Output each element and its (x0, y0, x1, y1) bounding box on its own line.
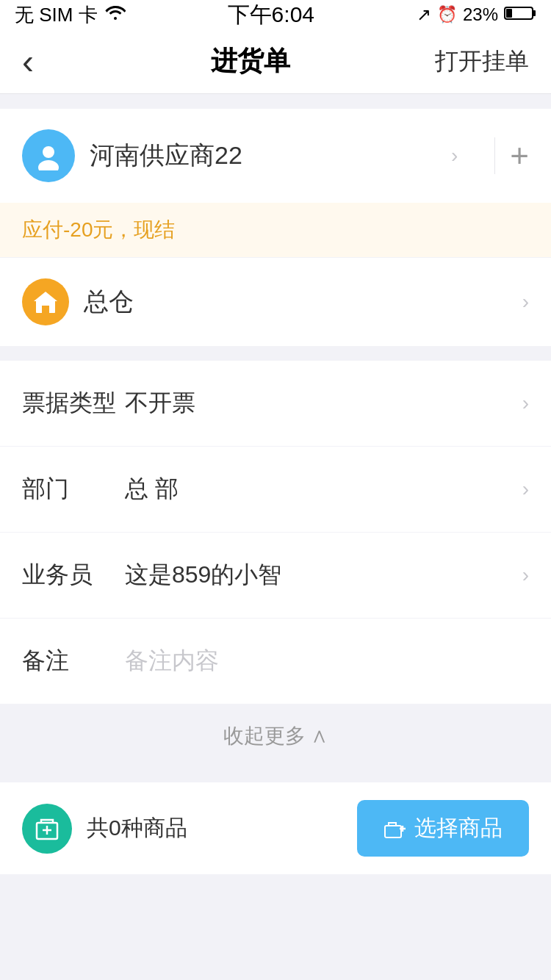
svg-rect-11 (385, 826, 401, 837)
carrier-label: 无 SIM 卡 (15, 2, 98, 28)
warehouse-chevron-icon: › (522, 290, 529, 314)
page-title: 进货单 (211, 43, 290, 79)
form-section: 票据类型 不开票 › 部门 总 部 › 业务员 这是859的小智 › 备注 备注… (0, 361, 551, 704)
battery-label: 23% (463, 4, 498, 25)
status-right: ↗ ⏰ 23% (417, 4, 536, 26)
remark-label: 备注 (22, 645, 125, 677)
svg-point-4 (38, 160, 59, 170)
collapse-button[interactable]: 收起更多 ∧ (223, 724, 328, 747)
location-icon: ↗ (417, 4, 431, 25)
collapse-section: 收起更多 ∧ (0, 704, 551, 768)
supplier-section: 河南供应商22 › + 应付-20元，现结 总仓 › (0, 109, 551, 346)
status-left: 无 SIM 卡 (15, 2, 126, 28)
department-value: 总 部 (125, 473, 522, 505)
svg-marker-6 (34, 292, 57, 301)
bottom-area (0, 874, 551, 980)
remark-row[interactable]: 备注 备注内容 (0, 619, 551, 704)
department-row[interactable]: 部门 总 部 › (0, 447, 551, 533)
warehouse-name: 总仓 (84, 285, 522, 319)
status-bar: 无 SIM 卡 下午6:04 ↗ ⏰ 23% (0, 0, 551, 29)
salesperson-row[interactable]: 业务员 这是859的小智 › (0, 533, 551, 619)
back-button[interactable]: ‹ (22, 41, 66, 82)
salesperson-label: 业务员 (22, 559, 125, 591)
supplier-name: 河南供应商22 (90, 139, 451, 173)
department-chevron-icon: › (522, 478, 529, 501)
salesperson-value: 这是859的小智 (125, 559, 522, 591)
divider (494, 137, 495, 174)
invoice-type-value: 不开票 (125, 387, 522, 419)
add-supplier-button[interactable]: + (510, 137, 529, 174)
nav-bar: ‹ 进货单 打开挂单 (0, 29, 551, 94)
notice-banner: 应付-20元，现结 (0, 203, 551, 257)
svg-rect-1 (533, 10, 536, 16)
time-label: 下午6:04 (228, 0, 314, 30)
alarm-icon: ⏰ (437, 5, 457, 24)
section-gap-1 (0, 94, 551, 109)
supplier-chevron-icon: › (451, 144, 458, 167)
product-count-label: 共0种商品 (87, 813, 342, 843)
remark-input[interactable]: 备注内容 (125, 645, 529, 677)
salesperson-chevron-icon: › (522, 563, 529, 587)
select-product-label: 选择商品 (414, 813, 503, 843)
supplier-row[interactable]: 河南供应商22 › + (0, 109, 551, 203)
notice-text: 应付-20元，现结 (22, 218, 175, 241)
avatar (22, 129, 75, 182)
select-product-button[interactable]: 选择商品 (357, 800, 529, 857)
warehouse-row[interactable]: 总仓 › (0, 257, 551, 346)
invoice-type-row[interactable]: 票据类型 不开票 › (0, 361, 551, 447)
product-section: 共0种商品 选择商品 (0, 782, 551, 874)
svg-rect-7 (42, 306, 49, 313)
svg-rect-2 (506, 9, 512, 18)
product-icon (22, 804, 72, 854)
invoice-type-label: 票据类型 (22, 387, 125, 419)
svg-point-3 (43, 146, 54, 158)
warehouse-icon (22, 278, 69, 325)
open-pending-button[interactable]: 打开挂单 (435, 46, 529, 78)
battery-icon (504, 4, 536, 26)
invoice-type-chevron-icon: › (522, 392, 529, 415)
wifi-icon (105, 4, 126, 25)
department-label: 部门 (22, 473, 125, 505)
